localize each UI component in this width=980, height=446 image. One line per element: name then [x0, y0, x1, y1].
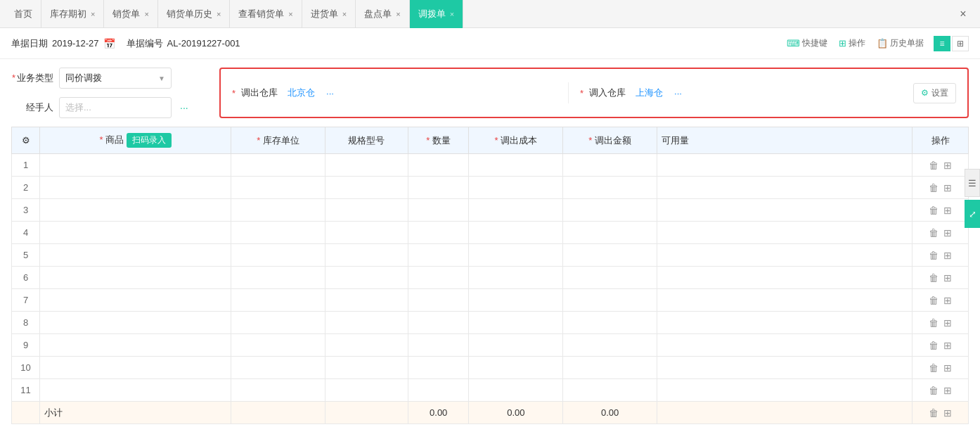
row-spec-7[interactable]	[325, 289, 408, 312]
row-available-4[interactable]	[657, 222, 912, 244]
warehouse-in-more-btn[interactable]: ···	[674, 88, 682, 98]
delete-icon-9[interactable]: 🗑	[929, 340, 939, 351]
row-amount-3[interactable]	[563, 199, 657, 222]
row-available-10[interactable]	[657, 357, 912, 379]
row-cost-10[interactable]	[469, 357, 563, 379]
row-available-2[interactable]	[657, 177, 912, 199]
subtotal-copy-icon[interactable]: ⊞	[943, 407, 952, 419]
copy-icon-1[interactable]: ⊞	[943, 160, 952, 171]
tab-inventory-init[interactable]: 库存期初 ×	[41, 0, 104, 28]
row-product-3[interactable]	[40, 199, 231, 222]
row-spec-8[interactable]	[325, 312, 408, 334]
row-amount-9[interactable]	[563, 334, 657, 357]
row-unit-8[interactable]	[231, 312, 325, 334]
row-product-9[interactable]	[40, 334, 231, 357]
close-tab-inventory-count[interactable]: ×	[396, 10, 400, 18]
tab-sales-order[interactable]: 销货单 ×	[104, 0, 157, 28]
delete-icon-2[interactable]: 🗑	[929, 182, 939, 193]
row-qty-1[interactable]	[408, 154, 469, 177]
row-product-10[interactable]	[40, 357, 231, 379]
close-tab-sales-order[interactable]: ×	[144, 10, 148, 18]
row-qty-5[interactable]	[408, 244, 469, 267]
row-product-11[interactable]	[40, 379, 231, 402]
copy-icon-6[interactable]: ⊞	[943, 272, 952, 283]
scan-barcode-btn[interactable]: 扫码录入	[127, 133, 172, 148]
row-qty-9[interactable]	[408, 334, 469, 357]
delete-icon-5[interactable]: 🗑	[929, 250, 939, 261]
close-window-button[interactable]: ×	[952, 0, 974, 28]
delete-icon-3[interactable]: 🗑	[929, 205, 939, 216]
row-unit-3[interactable]	[231, 199, 325, 222]
row-qty-10[interactable]	[408, 357, 469, 379]
row-product-1[interactable]	[40, 154, 231, 177]
tab-home[interactable]: 首页	[6, 0, 41, 28]
row-amount-1[interactable]	[563, 154, 657, 177]
row-unit-10[interactable]	[231, 357, 325, 379]
row-available-7[interactable]	[657, 289, 912, 312]
row-product-7[interactable]	[40, 289, 231, 312]
row-spec-2[interactable]	[325, 177, 408, 199]
calendar-icon[interactable]: 📅	[103, 38, 115, 49]
close-tab-view-sales[interactable]: ×	[288, 10, 292, 18]
warehouse-out-value[interactable]: 北京仓	[288, 87, 315, 99]
row-unit-7[interactable]	[231, 289, 325, 312]
row-cost-3[interactable]	[469, 199, 563, 222]
view-toggle-list[interactable]: ≡	[934, 36, 950, 51]
close-tab-sales-history[interactable]: ×	[217, 10, 221, 18]
row-qty-4[interactable]	[408, 222, 469, 244]
subtotal-delete-icon[interactable]: 🗑	[929, 407, 939, 419]
operation-btn[interactable]: ⊞ 操作	[834, 35, 870, 51]
row-amount-2[interactable]	[563, 177, 657, 199]
row-product-5[interactable]	[40, 244, 231, 267]
row-available-1[interactable]	[657, 154, 912, 177]
right-panel-expand-btn[interactable]: ⤢	[965, 200, 980, 228]
delete-icon-8[interactable]: 🗑	[929, 317, 939, 329]
row-product-4[interactable]	[40, 222, 231, 244]
date-value[interactable]: 2019-12-27	[52, 38, 99, 49]
row-unit-9[interactable]	[231, 334, 325, 357]
row-spec-6[interactable]	[325, 267, 408, 289]
row-unit-1[interactable]	[231, 154, 325, 177]
row-qty-11[interactable]	[408, 379, 469, 402]
row-qty-7[interactable]	[408, 289, 469, 312]
row-product-2[interactable]	[40, 177, 231, 199]
row-amount-8[interactable]	[563, 312, 657, 334]
copy-icon-3[interactable]: ⊞	[943, 205, 952, 216]
row-unit-6[interactable]	[231, 267, 325, 289]
row-spec-9[interactable]	[325, 334, 408, 357]
row-amount-5[interactable]	[563, 244, 657, 267]
row-qty-3[interactable]	[408, 199, 469, 222]
close-tab-transfer[interactable]: ×	[450, 10, 454, 18]
tab-view-sales[interactable]: 查看销货单 ×	[230, 0, 302, 28]
row-available-6[interactable]	[657, 267, 912, 289]
settings-gear-btn[interactable]: ⚙ 设置	[913, 83, 956, 103]
delete-icon-11[interactable]: 🗑	[929, 385, 939, 396]
delete-icon-6[interactable]: 🗑	[929, 272, 939, 283]
delete-icon-4[interactable]: 🗑	[929, 227, 939, 238]
copy-icon-4[interactable]: ⊞	[943, 227, 952, 238]
delete-icon-7[interactable]: 🗑	[929, 295, 939, 306]
copy-icon-7[interactable]: ⊞	[943, 295, 952, 306]
row-cost-9[interactable]	[469, 334, 563, 357]
row-cost-4[interactable]	[469, 222, 563, 244]
row-available-9[interactable]	[657, 334, 912, 357]
row-unit-5[interactable]	[231, 244, 325, 267]
tab-purchase-order[interactable]: 进货单 ×	[302, 0, 356, 28]
close-tab-purchase-order[interactable]: ×	[342, 10, 347, 18]
row-cost-11[interactable]	[469, 379, 563, 402]
copy-icon-8[interactable]: ⊞	[943, 317, 952, 329]
row-cost-6[interactable]	[469, 267, 563, 289]
row-available-3[interactable]	[657, 199, 912, 222]
warehouse-out-more-btn[interactable]: ···	[326, 88, 334, 98]
copy-icon-10[interactable]: ⊞	[943, 362, 952, 374]
row-cost-5[interactable]	[469, 244, 563, 267]
copy-icon-11[interactable]: ⊞	[943, 385, 952, 396]
row-spec-10[interactable]	[325, 357, 408, 379]
copy-icon-5[interactable]: ⊞	[943, 250, 952, 261]
row-qty-8[interactable]	[408, 312, 469, 334]
row-product-8[interactable]	[40, 312, 231, 334]
copy-icon-9[interactable]: ⊞	[943, 340, 952, 351]
tab-transfer[interactable]: 调拨单 ×	[410, 0, 463, 28]
row-spec-1[interactable]	[325, 154, 408, 177]
view-toggle-grid[interactable]: ⊞	[952, 36, 969, 51]
